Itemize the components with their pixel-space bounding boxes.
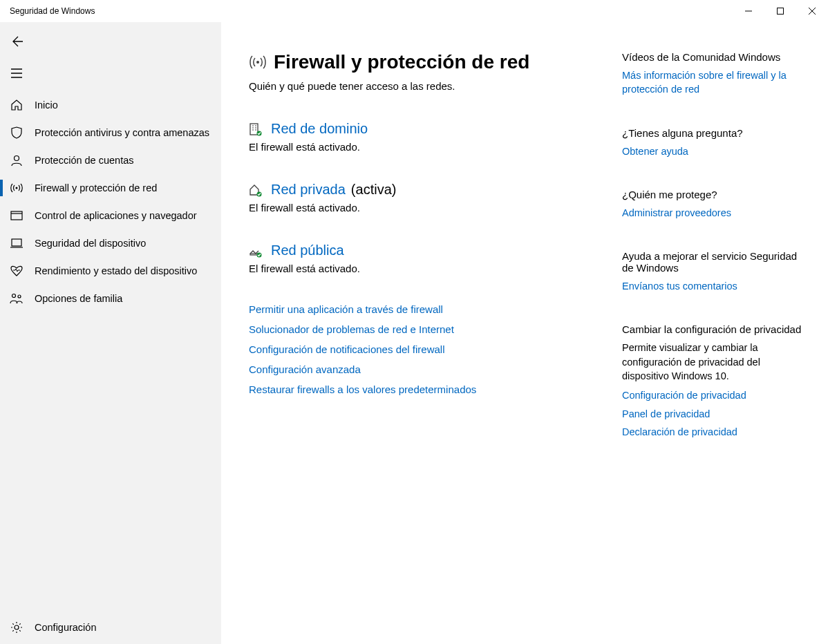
svg-rect-0 xyxy=(778,8,784,15)
allow-app-link[interactable]: Permitir una aplicación a través de fire… xyxy=(249,303,608,315)
svg-point-1 xyxy=(15,156,19,161)
sidebar-item-label: Seguridad del dispositivo xyxy=(35,238,146,249)
home-icon xyxy=(10,98,23,112)
sidebar-item-label: Rendimiento y estado del dispositivo xyxy=(35,265,197,276)
advanced-link[interactable]: Configuración avanzada xyxy=(249,363,608,375)
maximize-button[interactable] xyxy=(764,0,796,22)
back-button[interactable] xyxy=(0,28,33,55)
shield-icon xyxy=(10,126,23,140)
public-network-icon xyxy=(249,244,263,258)
sidebar-item-label: Firewall y protección de red xyxy=(35,182,157,193)
sidebar: Inicio Protección antivirus y contra ame… xyxy=(0,22,221,644)
domain-network-status: El firewall está activado. xyxy=(249,141,608,153)
privacy-settings-link[interactable]: Configuración de privacidad xyxy=(622,388,802,402)
broadcast-icon xyxy=(249,54,268,70)
domain-network-link[interactable]: Red de dominio xyxy=(271,121,368,137)
sidebar-item-firewall[interactable]: Firewall y protección de red xyxy=(0,174,221,202)
svg-rect-4 xyxy=(12,239,21,246)
page-subtitle: Quién y qué puede tener acceso a las red… xyxy=(249,80,608,92)
private-network-active: (activa) xyxy=(351,182,397,198)
private-network-icon xyxy=(249,183,263,197)
protect-head: ¿Quién me protege? xyxy=(622,189,802,200)
back-arrow-icon xyxy=(10,35,23,48)
sidebar-item-device-security[interactable]: Seguridad del dispositivo xyxy=(0,229,221,257)
improve-head: Ayuda a mejorar el servicio Seguridad de… xyxy=(622,250,802,274)
svg-point-8 xyxy=(256,61,259,64)
broadcast-icon xyxy=(10,181,23,195)
svg-point-6 xyxy=(18,295,21,298)
svg-point-5 xyxy=(12,294,16,298)
sidebar-item-health[interactable]: Rendimiento y estado del dispositivo xyxy=(0,257,221,285)
feedback-link[interactable]: Envíanos tus comentarios xyxy=(622,279,802,293)
private-network-status: El firewall está activado. xyxy=(249,202,608,214)
domain-network-icon xyxy=(249,122,263,136)
privacy-sub: Permite visualizar y cambiar la configur… xyxy=(622,341,802,383)
person-icon xyxy=(10,153,23,167)
sidebar-item-home[interactable]: Inicio xyxy=(0,91,221,119)
restore-link[interactable]: Restaurar firewalls a los valores predet… xyxy=(249,383,608,395)
private-network-link[interactable]: Red privada xyxy=(271,182,346,198)
sidebar-item-virus[interactable]: Protección antivirus y contra amenazas xyxy=(0,119,221,146)
question-head: ¿Tienes alguna pregunta? xyxy=(622,127,802,139)
public-network-link[interactable]: Red pública xyxy=(271,243,344,258)
sidebar-item-label: Control de aplicaciones y navegador xyxy=(35,210,197,221)
svg-rect-9 xyxy=(250,124,258,135)
svg-point-7 xyxy=(15,625,19,629)
app-control-icon xyxy=(10,209,23,222)
help-link[interactable]: Obtener ayuda xyxy=(622,144,802,158)
sidebar-item-label: Protección antivirus y contra amenazas xyxy=(35,127,209,138)
troubleshoot-link[interactable]: Solucionador de problemas de red e Inter… xyxy=(249,323,608,335)
window-title: Seguridad de Windows xyxy=(10,6,95,16)
sidebar-item-app-browser[interactable]: Control de aplicaciones y navegador xyxy=(0,202,221,229)
maximize-icon xyxy=(777,8,784,15)
svg-rect-3 xyxy=(11,211,22,220)
close-icon xyxy=(809,8,816,15)
privacy-head: Cambiar la configuración de privacidad xyxy=(622,323,802,335)
sidebar-item-account[interactable]: Protección de cuentas xyxy=(0,146,221,174)
sidebar-item-label: Opciones de familia xyxy=(35,293,122,304)
svg-point-2 xyxy=(16,187,18,189)
notifications-link[interactable]: Configuración de notificaciones del fire… xyxy=(249,343,608,355)
sidebar-item-label: Protección de cuentas xyxy=(35,155,133,166)
gear-icon xyxy=(10,621,23,634)
page-title: Firewall y protección de red xyxy=(274,51,529,73)
family-icon xyxy=(10,292,23,305)
sidebar-item-family[interactable]: Opciones de familia xyxy=(0,285,221,312)
videos-head: Vídeos de la Comunidad Windows xyxy=(622,51,802,63)
sidebar-settings[interactable]: Configuración xyxy=(0,611,221,644)
settings-label: Configuración xyxy=(35,622,96,633)
sidebar-item-label: Inicio xyxy=(35,100,58,111)
hamburger-icon xyxy=(11,68,22,78)
minimize-button[interactable] xyxy=(733,0,764,22)
close-button[interactable] xyxy=(796,0,828,22)
videos-link[interactable]: Más información sobre el firewall y la p… xyxy=(622,68,802,97)
public-network-status: El firewall está activado. xyxy=(249,263,608,274)
minimize-icon xyxy=(745,8,752,15)
menu-button[interactable] xyxy=(0,59,33,87)
privacy-panel-link[interactable]: Panel de privacidad xyxy=(622,407,802,421)
providers-link[interactable]: Administrar proveedores xyxy=(622,206,802,220)
device-icon xyxy=(10,236,23,250)
heart-icon xyxy=(10,264,23,278)
privacy-declaration-link[interactable]: Declaración de privacidad xyxy=(622,425,802,439)
